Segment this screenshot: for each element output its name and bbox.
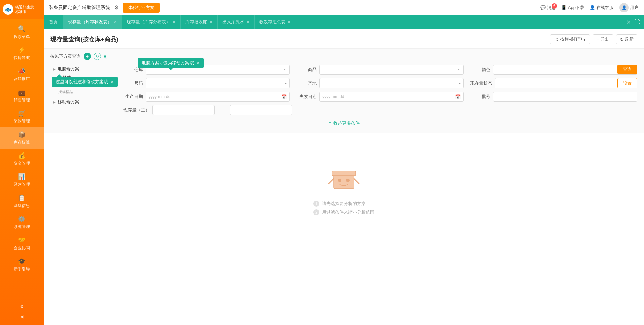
size-select[interactable]: ▾ <box>146 78 290 88</box>
reset-button[interactable]: 设置 <box>617 78 637 88</box>
top-header: 装备及固定资产辅助管理系统 ⚙ 体验行业方案 💬 6 消息 📱 App下载 👤 … <box>44 0 644 15</box>
print-icon: 🖨 <box>554 37 559 42</box>
tab-inventory-status-close[interactable]: ✕ <box>114 20 117 24</box>
avatar: 👤 <box>619 3 629 12</box>
filter-add-button[interactable]: + <box>84 53 91 60</box>
tab-expand-button[interactable]: ⛶ <box>633 18 641 26</box>
stock-qty-max[interactable] <box>230 105 292 115</box>
query-button[interactable]: 查询 <box>617 65 637 74</box>
sidebar-item-label: 营销推广 <box>14 76 30 82</box>
sidebar-item-label: 新手引导 <box>14 266 30 272</box>
scheme-area: 这里可以创建和修改方案哦 ✕ ▶ 电脑端方案 按规格 按规格品 按规格品 ▶ 移… <box>50 63 637 118</box>
sidebar-item-purchase[interactable]: 🛒 采购管理 <box>0 106 44 127</box>
filter-buttons-wrap: 查询 设置 <box>617 65 637 88</box>
sidebar-item-sales[interactable]: 💼 销售管理 <box>0 85 44 106</box>
logo-icon: 🐟 <box>3 4 13 15</box>
tab-in-out-flow-close[interactable]: ✕ <box>246 20 250 24</box>
filter-stock-qty: 现存量（主） <box>123 105 292 115</box>
product-select[interactable]: ··· <box>319 65 464 75</box>
product-dots[interactable]: ··· <box>456 67 461 73</box>
tab-inventory-dist[interactable]: 现存量（库存分布表） ✕ <box>122 15 181 29</box>
sidebar-item-quick-nav[interactable]: ⚡ 快捷导航 <box>0 43 44 64</box>
header-settings-button[interactable]: ⚙ <box>114 4 119 11</box>
sidebar-nav: 🔍 搜索菜单 ⚡ 快捷导航 📣 营销推广 💼 销售管理 🛒 采购管理 📦 库存核… <box>0 19 44 298</box>
empty-step-1-text: 请先选择要分析的方案 <box>322 201 366 207</box>
filter-color: 颜色 ▾ <box>470 65 637 75</box>
purchase-icon: 🛒 <box>18 110 25 117</box>
sidebar-item-enterprise[interactable]: 🤝 企业协同 <box>0 233 44 254</box>
collapse-icon: ◀ <box>20 314 23 319</box>
tab-in-out-flow[interactable]: 出入库流水 ✕ <box>218 15 255 29</box>
step-num-1: 1 <box>313 201 319 207</box>
prod-date-label: 生产日期 <box>123 94 143 100</box>
tab-home[interactable]: 首页 <box>44 15 63 29</box>
tooltip-close-2[interactable]: ✕ <box>110 79 114 85</box>
export-icon: ↑ <box>597 37 599 42</box>
sidebar: 🐟 畅通好生意 标准版 🔍 搜索菜单 ⚡ 快捷导航 📣 营销推广 💼 销售管理 … <box>0 0 44 325</box>
online-service-button[interactable]: 👤 在线客服 <box>590 5 614 11</box>
tab-inventory-dist-close[interactable]: ✕ <box>172 20 176 24</box>
sidebar-item-operation[interactable]: 📊 经营管理 <box>0 170 44 191</box>
system-icon: ⚙️ <box>18 215 25 223</box>
sidebar-item-marketing[interactable]: 📣 营销推广 <box>0 64 44 85</box>
marketing-icon: 📣 <box>18 67 25 75</box>
tab-batch-account-close[interactable]: ✕ <box>209 20 213 24</box>
sidebar-item-basic[interactable]: 📋 基础信息 <box>0 191 44 212</box>
expiry-date-calendar-icon: 📅 <box>455 94 461 99</box>
filter-stock-status: 现存量状态 ▾ <box>470 78 637 88</box>
stock-qty-min[interactable] <box>152 105 215 115</box>
filter-back-button[interactable]: ⟪ <box>104 53 107 59</box>
sidebar-item-search-menu[interactable]: 🔍 搜索菜单 <box>0 22 44 43</box>
settings-button[interactable]: ⚙ <box>4 302 39 311</box>
range-separator <box>217 110 227 110</box>
expiry-date-label: 失效日期 <box>297 94 317 100</box>
tab-receive-send-close[interactable]: ✕ <box>287 20 291 24</box>
batch-no-label: 批号 <box>470 94 490 100</box>
tab-inventory-status[interactable]: 现存量（库存状况表） ✕ <box>63 15 122 29</box>
print-template-button[interactable]: 🖨 按模板打印 ▾ <box>550 34 590 44</box>
tab-close-all-button[interactable]: ✕ <box>625 18 632 26</box>
refresh-icon: ↻ <box>620 37 624 42</box>
sidebar-item-label: 库存核算 <box>14 140 30 145</box>
message-button[interactable]: 💬 6 消息 <box>540 5 556 11</box>
step-num-2: 2 <box>313 209 319 215</box>
origin-label: 产地 <box>297 80 317 86</box>
tooltip-close-1[interactable]: ✕ <box>196 61 200 66</box>
scheme-mobile[interactable]: ▶ 移动端方案 <box>50 98 113 106</box>
filter-prod-date: 生产日期 yyyy-mm-dd 📅 <box>123 92 290 102</box>
color-select[interactable]: ▾ <box>493 65 637 75</box>
tab-batch-account-label: 库存批次账 <box>185 19 207 25</box>
refresh-button[interactable]: ↻ 刷新 <box>616 34 637 44</box>
quick-nav-icon: ⚡ <box>18 46 25 54</box>
batch-no-input[interactable] <box>493 92 637 102</box>
app-download-button[interactable]: 📱 App下载 <box>561 5 584 11</box>
filter-circle-button[interactable]: ↻ <box>94 53 101 60</box>
empty-steps: 1 请先选择要分析的方案 2 用过滤条件来缩小分析范围 <box>313 201 374 215</box>
sidebar-item-label: 资金管理 <box>14 161 30 166</box>
tab-batch-account[interactable]: 库存批次账 ✕ <box>181 15 218 29</box>
experience-button[interactable]: 体验行业方案 <box>123 3 160 13</box>
warehouse-dots[interactable]: ··· <box>282 67 287 73</box>
collapse-bar[interactable]: ⌃ 收起更多条件 <box>50 118 637 129</box>
page-title: 现存量查询(按仓库+商品) <box>50 35 118 43</box>
sidebar-item-guide[interactable]: 🎓 新手引导 <box>0 254 44 275</box>
sidebar-item-finance[interactable]: 💰 资金管理 <box>0 149 44 170</box>
page-actions: 🖨 按模板打印 ▾ ↑ 导出 ↻ 刷新 <box>550 34 638 44</box>
scheme-category-note: 按规格品 <box>50 89 113 95</box>
header-right: 💬 6 消息 📱 App下载 👤 在线客服 👤 用户 <box>540 3 639 12</box>
export-button[interactable]: ↑ 导出 <box>593 34 614 44</box>
user-label: 用户 <box>630 5 639 11</box>
stock-status-select[interactable]: ▾ <box>495 78 637 88</box>
tab-receive-send[interactable]: 收发存汇总表 ✕ <box>255 15 296 29</box>
scheme-desktop[interactable]: ▶ 电脑端方案 <box>50 65 113 73</box>
user-menu-button[interactable]: 👤 用户 <box>619 3 639 12</box>
page-header: 现存量查询(按仓库+商品) 🖨 按模板打印 ▾ ↑ 导出 ↻ 刷新 <box>44 29 644 49</box>
expiry-date-start[interactable]: yyyy-mm-dd 📅 <box>319 92 464 102</box>
sidebar-item-system[interactable]: ⚙️ 系统管理 <box>0 212 44 233</box>
collapse-sidebar-button[interactable]: ◀ <box>4 312 39 321</box>
scheme-mobile-arrow: ▶ <box>53 100 56 104</box>
filter-label: 按以下方案查询 <box>50 53 81 59</box>
sidebar-item-inventory[interactable]: 📦 库存核算 <box>0 127 44 149</box>
origin-select[interactable]: ▾ <box>319 78 464 88</box>
prod-date-start[interactable]: yyyy-mm-dd 📅 <box>146 92 290 102</box>
